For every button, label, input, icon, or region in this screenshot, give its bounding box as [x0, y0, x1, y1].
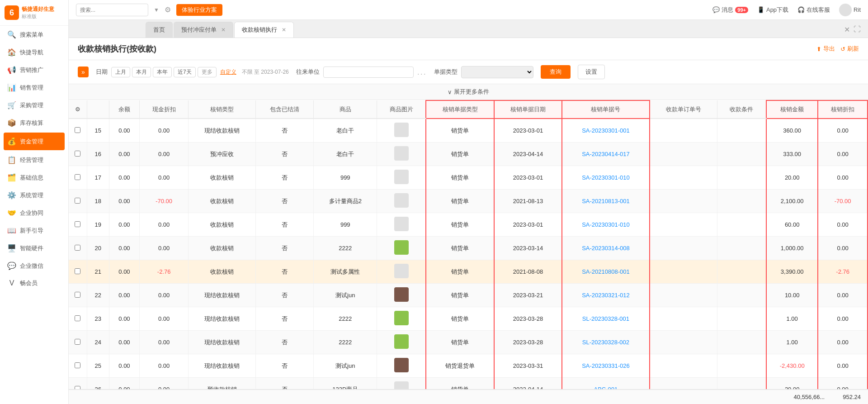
tab-collection[interactable]: 收款核销执行✕	[234, 22, 294, 38]
cell-writeoff-amount: 20.00	[766, 166, 818, 190]
cell-checkbox[interactable]	[69, 143, 87, 166]
filter-dots: ...	[417, 67, 427, 77]
cell-checkbox[interactable]	[69, 331, 87, 354]
cell-checkbox[interactable]	[69, 378, 87, 390]
doctype-select[interactable]	[461, 66, 533, 78]
sidebar-item-quick-nav[interactable]: 🏠快捷导航	[0, 43, 68, 61]
this-year-btn[interactable]: 本年	[153, 67, 172, 77]
sidebar-item-operation[interactable]: 📋经营管理	[0, 151, 68, 169]
row-checkbox[interactable]	[75, 362, 80, 368]
row-checkbox[interactable]	[75, 386, 80, 390]
sidebar-item-enterprise-wx[interactable]: 💬企业微信	[0, 257, 68, 275]
sidebar-item-finance[interactable]: 💰资金管理	[4, 133, 65, 150]
cell-collection-order-no	[650, 119, 717, 143]
cell-writeoff-doc-date: 2023-03-31	[494, 354, 562, 378]
online-service-item[interactable]: 🎧 在线客服	[797, 6, 830, 14]
message-icon: 💬	[712, 6, 720, 13]
sidebar-item-search-menu[interactable]: 🔍搜索菜单	[0, 26, 68, 43]
row-checkbox[interactable]	[75, 339, 80, 345]
header-search-input[interactable]	[76, 4, 148, 16]
expand-tab-icon[interactable]: ⛶	[854, 25, 861, 34]
marketing-label: 营销推广	[20, 66, 43, 74]
doc-no-link[interactable]: SA-20230301-001	[582, 127, 630, 134]
cell-checkbox[interactable]	[69, 260, 87, 284]
header-gear-icon[interactable]: ⚙	[165, 5, 171, 14]
doc-no-link[interactable]: SA-20230414-017	[582, 151, 630, 157]
row-checkbox[interactable]	[75, 127, 80, 133]
cell-checkbox[interactable]	[69, 354, 87, 378]
cell-seq: 18	[87, 190, 109, 213]
cell-balance: 0.00	[109, 354, 139, 378]
sidebar-item-enterprise[interactable]: 🤝企业协同	[0, 204, 68, 222]
cell-checkbox[interactable]	[69, 190, 87, 213]
cell-checkbox[interactable]	[69, 213, 87, 237]
doc-no-link[interactable]: SA-20230314-008	[582, 245, 630, 252]
export-button[interactable]: ⬆ 导出	[816, 45, 835, 53]
cell-checkbox[interactable]	[69, 284, 87, 307]
sidebar-item-vip[interactable]: V畅会员	[0, 275, 68, 292]
doc-no-link[interactable]: SA-20230301-010	[582, 221, 630, 228]
cell-balance: 0.00	[109, 260, 139, 284]
sidebar-item-beginner[interactable]: 📖新手引导	[0, 222, 68, 239]
settings-button[interactable]: 设置	[578, 65, 605, 79]
row-checkbox[interactable]	[75, 292, 80, 298]
row-checkbox[interactable]	[75, 198, 80, 204]
tab-close-collection[interactable]: ✕	[282, 27, 286, 33]
solution-button[interactable]: 体验行业方案	[176, 4, 222, 16]
sidebar-item-system[interactable]: ⚙️系统管理	[0, 186, 68, 204]
last-7days-btn[interactable]: 近7天	[174, 67, 196, 77]
search-menu-label: 搜索菜单	[20, 31, 43, 39]
expand-conditions-btn[interactable]: ∨ 展开更多条件	[448, 88, 489, 96]
sidebar-item-smart-hw[interactable]: 🖥️智能硬件	[0, 239, 68, 257]
col-cash-discount: 现金折扣	[140, 100, 189, 119]
message-item[interactable]: 💬 消息 99+	[712, 6, 748, 14]
this-month-btn[interactable]: 本月	[132, 67, 151, 77]
beginner-icon: 📖	[7, 226, 16, 235]
close-tab-icon[interactable]: ✕	[844, 25, 850, 34]
doc-no-link[interactable]: ABC-001	[594, 386, 618, 389]
cell-seq: 19	[87, 213, 109, 237]
refresh-button[interactable]: ↺ 刷新	[840, 45, 859, 53]
user-info[interactable]: Rit	[839, 4, 861, 16]
row-checkbox[interactable]	[75, 315, 80, 321]
query-button[interactable]: 查询	[541, 65, 571, 79]
doc-no-link[interactable]: SA-20230331-026	[582, 362, 630, 369]
sidebar-item-marketing[interactable]: 📢营销推广	[0, 61, 68, 79]
app-download-item[interactable]: 📱 App下载	[757, 6, 788, 14]
row-checkbox[interactable]	[75, 151, 80, 157]
partner-input[interactable]	[323, 67, 414, 78]
custom-date-label[interactable]: 自定义	[220, 68, 236, 76]
filter-toggle-btn[interactable]: »	[78, 67, 89, 77]
sidebar-item-inventory[interactable]: 📦库存核算	[0, 114, 68, 132]
col-settings[interactable]: ⚙	[69, 100, 87, 119]
header-dropdown-icon[interactable]: ▼	[154, 7, 159, 13]
doc-no-link[interactable]: SL-20230328-002	[582, 339, 629, 346]
doc-no-link[interactable]: SA-20230301-010	[582, 174, 630, 181]
cell-checkbox[interactable]	[69, 166, 87, 190]
sidebar-item-sales-mgmt[interactable]: 📊销售管理	[0, 79, 68, 96]
cell-checkbox[interactable]	[69, 307, 87, 331]
tab-prepay[interactable]: 预付冲应付单✕	[174, 22, 233, 38]
col-seq	[87, 100, 109, 119]
sidebar-item-basic-info[interactable]: 🗂️基础信息	[0, 169, 68, 186]
row-checkbox[interactable]	[75, 174, 80, 180]
row-checkbox[interactable]	[75, 221, 80, 227]
row-checkbox[interactable]	[75, 268, 80, 274]
tab-bar-actions: ✕ ⛶	[844, 25, 861, 34]
sidebar-item-purchase-mgmt[interactable]: 🛒采购管理	[0, 96, 68, 114]
doc-no-link[interactable]: SA-20210813-001	[582, 198, 630, 204]
last-month-btn[interactable]: 上月	[111, 67, 130, 77]
table-row: 15 0.00 0.00 现结收款核销 否 老白干 销货单 2023-03-01…	[69, 119, 868, 143]
cell-checkbox[interactable]	[69, 237, 87, 260]
table-wrapper[interactable]: ⚙ 余额 现金折扣 核销类型 包含已结清 商品 商品图片 核销单据类型 核销单据…	[69, 100, 868, 389]
tab-close-prepay[interactable]: ✕	[221, 27, 226, 33]
tab-home[interactable]: 首页	[146, 22, 173, 38]
header-right: 💬 消息 99+ 📱 App下载 🎧 在线客服 Rit	[712, 4, 861, 16]
more-dates-btn[interactable]: 更多	[198, 67, 217, 77]
row-checkbox[interactable]	[75, 245, 80, 251]
system-icon: ⚙️	[7, 191, 16, 200]
doc-no-link[interactable]: SL-20230328-001	[582, 315, 629, 322]
doc-no-link[interactable]: SA-20210808-001	[582, 268, 630, 275]
cell-checkbox[interactable]	[69, 119, 87, 143]
doc-no-link[interactable]: SA-20230321-012	[582, 292, 630, 299]
